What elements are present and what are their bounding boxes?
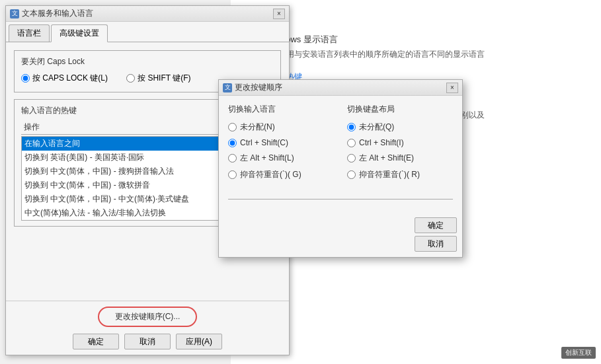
input-radio-1: Ctrl + Shift(C)	[228, 138, 334, 147]
replace-subtitle: 替代 Windows 显示语言	[247, 34, 585, 46]
keyboard-radio-3-label: 抑音符重音(`)( R)	[359, 169, 420, 180]
inner-close-button[interactable]: ×	[446, 83, 458, 93]
inner-dialog-content: 切换输入语言 未分配(N) Ctrl + Shift(C) 左 Alt + Sh…	[219, 96, 462, 194]
tab-language-bar[interactable]: 语言栏	[9, 24, 50, 42]
col-action: 操作	[24, 122, 40, 133]
inner-footer: 确定 取消	[409, 212, 462, 257]
row-action-4: 切换到 中文(简体，中国) - 中文(简体)·美式键盘	[24, 194, 218, 205]
keyboard-radio-0: 未分配(Q)	[347, 122, 453, 133]
switch-input-title: 切换输入语言	[228, 104, 334, 115]
switch-keyboard-title: 切换键盘布局	[347, 104, 453, 115]
keyboard-radio-3: 抑音符重音(`)( R)	[347, 169, 453, 180]
apply-button[interactable]: 应用(A)	[176, 334, 222, 349]
inner-titlebar: 文 更改按键顺序 ×	[219, 80, 462, 96]
inner-cancel-button[interactable]: 取消	[415, 236, 457, 252]
caps-label-shift: 按 SHIFT 键(F)	[138, 73, 190, 84]
input-radio-3-label: 抑音符重音(`)( G)	[240, 169, 301, 180]
left-dialog-icon: 文	[10, 9, 19, 18]
keyboard-radio-0-input[interactable]	[347, 123, 356, 131]
keyboard-radio-2-label: 左 Alt + Shift(E)	[359, 153, 414, 164]
caps-radio-shift[interactable]	[126, 74, 135, 83]
tab-advanced-key[interactable]: 高级键设置	[51, 24, 108, 42]
tabs-container: 语言栏 高级键设置	[6, 22, 289, 42]
keyboard-radio-0-label: 未分配(Q)	[359, 122, 394, 133]
input-radio-2-input[interactable]	[228, 154, 237, 163]
keyboard-radio-3-input[interactable]	[347, 170, 356, 179]
keyboard-radio-2-input[interactable]	[347, 154, 356, 163]
inner-dialog: 文 更改按键顺序 × 切换输入语言 未分配(N) Ctrl + Shift(C)…	[218, 79, 463, 258]
confirm-button[interactable]: 确定	[73, 334, 119, 349]
close-button[interactable]: ×	[273, 9, 285, 19]
input-radio-2: 左 Alt + Shift(L)	[228, 153, 334, 164]
row-action-0: 在输入语言之间	[24, 138, 218, 149]
caps-label: 要关闭 Caps Lock	[21, 56, 274, 67]
row-action-2: 切换到 中文(简体，中国) - 搜狗拼音输入法	[24, 166, 218, 177]
bg-panel-title: 高级设置	[247, 13, 585, 27]
keyboard-radio-2: 左 Alt + Shift(E)	[347, 153, 453, 164]
left-dialog-titlebar: 文 文本服务和输入语言 ×	[6, 6, 289, 22]
inner-divider	[228, 199, 453, 200]
row-action-1: 切换到 英语(美国) - 美国英语·国际	[24, 152, 218, 163]
input-radio-3-input[interactable]	[228, 170, 237, 179]
change-key-button[interactable]: 更改按键顺序(C)...	[98, 307, 198, 327]
caps-radio-lock[interactable]	[21, 74, 30, 83]
left-dialog-title: 文本服务和输入语言	[22, 8, 93, 19]
keyboard-radio-1-label: Ctrl + Shift(I)	[359, 138, 404, 147]
cancel-button[interactable]: 取消	[124, 334, 171, 349]
inner-dialog-icon: 文	[223, 83, 232, 92]
input-radio-1-input[interactable]	[228, 139, 237, 147]
dialog-footer: 更改按键顺序(C)... 确定 取消 应用(A)	[6, 301, 289, 355]
keyboard-radio-1-input[interactable]	[347, 139, 356, 147]
inner-confirm-button[interactable]: 确定	[415, 217, 457, 233]
input-radio-0-label: 未分配(N)	[240, 122, 275, 133]
switch-input-col: 切换输入语言 未分配(N) Ctrl + Shift(C) 左 Alt + Sh…	[228, 104, 334, 186]
inner-dialog-title: 更改按键顺序	[235, 82, 282, 93]
caps-label-lock: 按 CAPS LOCK 键(L)	[32, 73, 108, 84]
input-radio-1-label: Ctrl + Shift(C)	[240, 138, 288, 147]
watermark: 创新互联	[561, 347, 596, 359]
row-action-5: 中文(简体)输入法 - 输入法/非输入法切换	[24, 207, 218, 219]
input-radio-0-input[interactable]	[228, 123, 237, 131]
input-radio-0: 未分配(N)	[228, 122, 334, 133]
switch-keyboard-col: 切换键盘布局 未分配(Q) Ctrl + Shift(I) 左 Alt + Sh…	[347, 104, 453, 186]
input-radio-3: 抑音符重音(`)( G)	[228, 169, 334, 180]
keyboard-radio-1: Ctrl + Shift(I)	[347, 138, 453, 147]
bottom-buttons: 确定 取消 应用(A)	[14, 334, 281, 349]
input-radio-2-label: 左 Alt + Shift(L)	[240, 153, 294, 164]
row-action-3: 切换到 中文(简体，中国) - 微软拼音	[24, 180, 218, 191]
